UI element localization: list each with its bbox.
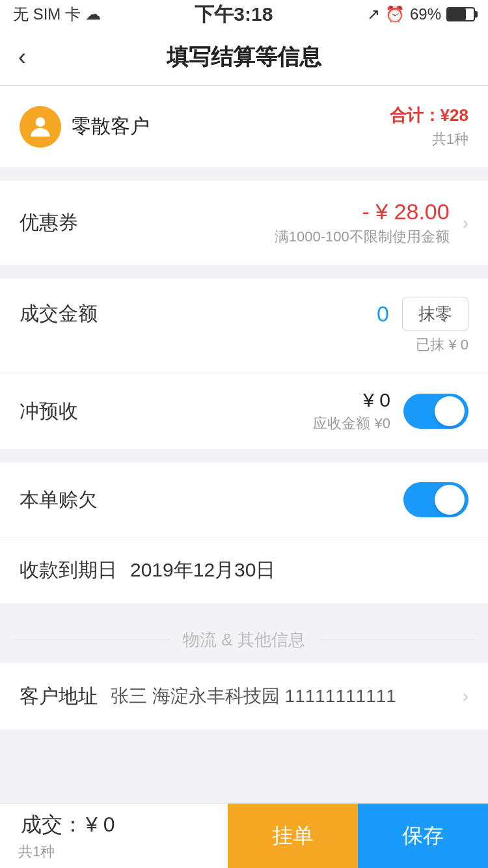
customer-row: 零散客户 合计：¥28 共1种 xyxy=(0,86,488,168)
hold-button[interactable]: 挂单 xyxy=(228,804,358,868)
debt-toggle-knob xyxy=(435,485,465,515)
debt-label: 本单赊欠 xyxy=(20,487,98,513)
total-amount: ¥28 xyxy=(441,105,468,125)
coupon-chevron-icon: › xyxy=(463,213,468,234)
avatar xyxy=(20,106,61,148)
total-prefix: 合计： xyxy=(390,105,441,125)
page-title: 填写结算等信息 xyxy=(167,42,321,72)
status-left: 无 SIM 卡 ☁ xyxy=(13,4,101,25)
coupon-desc: 满1000-100不限制使用金额 xyxy=(275,227,450,247)
total-label: 合计：¥28 xyxy=(390,104,468,127)
due-date-value[interactable]: 2019年12月30日 xyxy=(130,557,275,584)
round-button[interactable]: 抹零 xyxy=(402,297,468,331)
divider-1 xyxy=(0,168,488,181)
prepay-col: ¥ 0 应收金额 ¥0 xyxy=(313,389,390,433)
bottom-bar: 成交：¥ 0 共1种 挂单 保存 xyxy=(0,803,488,868)
coupon-row[interactable]: 优惠券 - ¥ 28.00 满1000-100不限制使用金额 › xyxy=(0,181,488,265)
bottom-deal-amount: ¥ 0 xyxy=(86,813,115,836)
battery-icon xyxy=(446,7,475,21)
address-chevron-icon: › xyxy=(463,686,468,707)
debt-toggle[interactable] xyxy=(403,482,468,517)
no-sim-label: 无 SIM 卡 ☁ xyxy=(13,4,101,25)
bottom-deal: 成交：¥ 0 xyxy=(18,811,210,839)
prepay-toggle[interactable] xyxy=(403,394,468,429)
logistics-header: 物流 & 其他信息 xyxy=(0,616,488,663)
status-bar: 无 SIM 卡 ☁ 下午3:18 ↗ ⏰ 69% xyxy=(0,0,488,29)
bottom-sub: 共1种 xyxy=(18,842,210,861)
prepay-row: 冲预收 ¥ 0 应收金额 ¥0 xyxy=(0,373,488,450)
battery-label: 69% xyxy=(410,5,441,23)
coupon-values: - ¥ 28.00 满1000-100不限制使用金额 xyxy=(275,199,450,247)
address-label: 客户地址 xyxy=(20,683,98,710)
bottom-left: 成交：¥ 0 共1种 xyxy=(0,804,228,868)
svg-point-0 xyxy=(36,117,46,127)
coupon-discount: - ¥ 28.00 xyxy=(275,199,450,224)
status-right: ↗ ⏰ 69% xyxy=(367,5,475,23)
due-date-row: 收款到期日 2019年12月30日 xyxy=(0,537,488,603)
total-sub: 共1种 xyxy=(390,129,468,149)
nav-bar: ‹ 填写结算等信息 xyxy=(0,29,488,86)
prepay-right: ¥ 0 应收金额 ¥0 xyxy=(313,389,468,433)
customer-right: 合计：¥28 共1种 xyxy=(390,104,468,149)
logistics-header-text: 物流 & 其他信息 xyxy=(183,629,305,651)
save-button[interactable]: 保存 xyxy=(358,804,488,868)
deal-amount-row: 成交金额 0 抹零 已抹 ¥ 0 xyxy=(0,278,488,373)
toggle-knob xyxy=(435,396,465,426)
content-area: 零散客户 合计：¥28 共1种 优惠券 - ¥ 28.00 满1000-100不… xyxy=(0,86,488,868)
debt-row: 本单赊欠 xyxy=(0,463,488,537)
address-row[interactable]: 客户地址 张三 海淀永丰科技园 11111111111 › xyxy=(0,663,488,729)
prepay-label: 冲预收 xyxy=(20,398,78,425)
divider-2 xyxy=(0,265,488,278)
divider-3 xyxy=(0,450,488,463)
coupon-label: 优惠券 xyxy=(20,210,78,236)
coupon-right: - ¥ 28.00 满1000-100不限制使用金额 › xyxy=(275,199,468,247)
logistics-line-left xyxy=(13,640,170,640)
location-icon: ↗ xyxy=(367,5,380,23)
back-button[interactable]: ‹ xyxy=(18,44,26,71)
due-date-label: 收款到期日 xyxy=(20,557,117,584)
deal-amount-value[interactable]: 0 xyxy=(377,301,389,327)
deal-amount-label: 成交金额 xyxy=(20,301,98,327)
deal-top: 成交金额 0 抹零 xyxy=(20,297,468,331)
bottom-deal-label: 成交： xyxy=(21,813,83,836)
alarm-icon: ⏰ xyxy=(385,5,405,23)
address-value: 张三 海淀永丰科技园 11111111111 xyxy=(111,683,450,710)
customer-left: 零散客户 xyxy=(20,106,150,148)
logistics-line-right xyxy=(318,640,475,640)
customer-name: 零散客户 xyxy=(72,113,150,140)
prepay-sub: 应收金额 ¥0 xyxy=(313,414,390,433)
divider-4 xyxy=(0,603,488,616)
deal-sub: 已抹 ¥ 0 xyxy=(20,335,468,355)
status-time: 下午3:18 xyxy=(195,1,273,28)
prepay-amount: ¥ 0 xyxy=(313,389,390,411)
deal-right: 0 抹零 xyxy=(377,297,468,331)
